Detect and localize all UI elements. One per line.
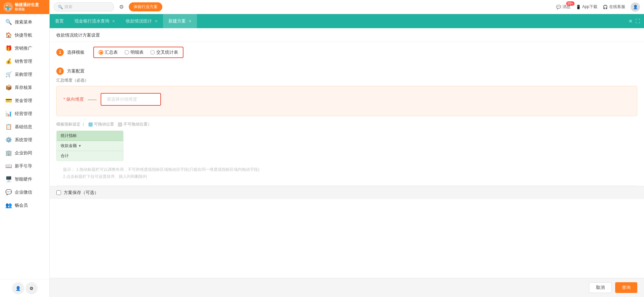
indicators-section: 模板指标设定（ 可拖动位置 不可拖动位置） 统计指标 收 bbox=[56, 121, 637, 162]
sidebar-label-wechat: 企业微信 bbox=[15, 189, 32, 195]
sidebar-bottom: 👤 ⚙ bbox=[0, 279, 49, 297]
tab-collection-stat-label: 收款情况统计 bbox=[126, 18, 152, 24]
tab-bar-actions: ✕ ⛶ bbox=[629, 18, 644, 24]
dim-selector-placeholder: 请选择分组维度 bbox=[107, 97, 137, 102]
tab-close-btn[interactable]: ✕ bbox=[629, 18, 633, 24]
indicator-table: 统计指标 收款金额 ▼ 合计 bbox=[56, 131, 123, 161]
indicator-amount-label: 收款金额 bbox=[61, 143, 77, 149]
sidebar-label-purchase: 采购管理 bbox=[15, 71, 32, 78]
step1-section: 1 选择模板 汇总表 明细表 交叉统计表 bbox=[50, 42, 644, 63]
sidebar-label-enterprise: 企业协同 bbox=[15, 150, 32, 156]
main-area: 🔍 搜索 ⚙ 体验行业方案 💬 消息 99+ 📱 App下载 🎧 在线客服 👤 bbox=[50, 0, 644, 297]
tab-new-plan[interactable]: 新建方案 ✕ bbox=[163, 14, 197, 28]
radio-cross[interactable]: 交叉统计表 bbox=[150, 49, 178, 55]
logo-text: 畅捷通好生意 标准版 bbox=[15, 2, 39, 12]
app-icon: 📱 bbox=[576, 5, 581, 9]
legend-draggable-box bbox=[89, 122, 93, 127]
operations-icon: 📊 bbox=[5, 110, 12, 117]
radio-summary[interactable]: 汇总表 bbox=[99, 49, 118, 55]
sidebar-item-inventory[interactable]: 📦 库存核算 bbox=[0, 81, 49, 94]
radio-detail[interactable]: 明细表 bbox=[124, 49, 144, 55]
message-icon: 💬 bbox=[556, 5, 561, 9]
save-plan-checkbox[interactable] bbox=[56, 190, 61, 195]
search-bar[interactable]: 🔍 搜索 bbox=[54, 2, 114, 11]
bottom-bar: 取消 查询 bbox=[50, 278, 644, 297]
radio-detail-dot bbox=[124, 50, 129, 55]
sidebar-item-quick-nav[interactable]: 🏠 快捷导航 bbox=[0, 29, 49, 42]
dimension-title: 汇总维度（必选） bbox=[56, 78, 637, 83]
sidebar-nav: 🔍 搜索菜单 🏠 快捷导航 🎁 营销推广 💰 销售管理 🛒 采购管理 📦 库存核… bbox=[0, 14, 49, 279]
settings-icon[interactable]: ⚙ bbox=[117, 2, 126, 12]
sidebar-logo: 🏪 畅捷通好生意 标准版 bbox=[0, 0, 49, 14]
tab-home-label: 首页 bbox=[55, 18, 64, 24]
sidebar-item-marketing[interactable]: 🎁 营销推广 bbox=[0, 42, 49, 55]
user-avatar[interactable]: 👤 bbox=[631, 2, 640, 12]
search-placeholder: 搜索 bbox=[64, 4, 72, 10]
tab-collection-stat-close[interactable]: ✕ bbox=[155, 19, 158, 23]
online-service-btn[interactable]: 🎧 在线客服 bbox=[603, 4, 625, 10]
enterprise-icon: 🏢 bbox=[5, 150, 12, 156]
cancel-button[interactable]: 取消 bbox=[589, 282, 612, 293]
finance-icon: 💳 bbox=[5, 97, 12, 104]
messages-btn[interactable]: 💬 消息 99+ bbox=[556, 4, 571, 10]
messages-badge: 99+ bbox=[566, 1, 575, 6]
save-plan-label: 方案保存（可选） bbox=[64, 190, 99, 196]
legend-not-draggable-box bbox=[118, 122, 122, 127]
sidebar: 🏪 畅捷通好生意 标准版 🔍 搜索菜单 🏠 快捷导航 🎁 营销推广 💰 销售管理… bbox=[0, 0, 50, 297]
sidebar-settings[interactable]: ⚙ bbox=[25, 282, 38, 294]
app-download-btn[interactable]: 📱 App下载 bbox=[576, 4, 597, 10]
dimension-row: * 纵向维度 —— 请选择分组维度 bbox=[63, 93, 630, 106]
indicators-legend: 模板指标设定（ 可拖动位置 不可拖动位置） bbox=[56, 121, 637, 127]
tab-cash-flow[interactable]: 现金银行流水查询 ✕ bbox=[69, 14, 120, 28]
search-icon: 🔍 bbox=[58, 5, 63, 9]
tab-collection-stat[interactable]: 收款情况统计 ✕ bbox=[120, 14, 163, 28]
legend-draggable: 可拖动位置 bbox=[89, 121, 114, 127]
step2-label: 方案配置 bbox=[67, 68, 85, 74]
page-title: 收款情况统计方案设置 bbox=[56, 33, 100, 38]
system-icon: ⚙️ bbox=[5, 137, 12, 143]
page-footer: 方案保存（可选） bbox=[50, 186, 644, 199]
sidebar-item-basic-info[interactable]: 📋 基础信息 bbox=[0, 120, 49, 133]
radio-cross-label: 交叉统计表 bbox=[156, 49, 178, 55]
dim-selector[interactable]: 请选择分组维度 bbox=[101, 93, 161, 106]
tab-home[interactable]: 首页 bbox=[50, 14, 69, 28]
sidebar-item-enterprise[interactable]: 🏢 企业协同 bbox=[0, 146, 49, 159]
tab-bar: 首页 现金银行流水查询 ✕ 收款情况统计 ✕ 新建方案 ✕ ✕ ⛶ bbox=[50, 14, 644, 28]
industry-btn[interactable]: 体验行业方案 bbox=[129, 2, 162, 11]
sidebar-label-sales: 销售管理 bbox=[15, 58, 32, 64]
legend-not-draggable: 不可拖动位置） bbox=[118, 121, 152, 127]
indicator-cell-amount[interactable]: 收款金额 ▼ bbox=[57, 141, 123, 151]
page-content: 收款情况统计方案设置 1 选择模板 汇总表 明细表 bbox=[50, 28, 644, 278]
logo-icon: 🏪 bbox=[3, 2, 13, 12]
dimension-section: 汇总维度（必选） * 纵向维度 —— 请选择分组维度 模板指标设定（ bbox=[50, 78, 644, 186]
step2-section: 2 方案配置 bbox=[50, 63, 644, 78]
sidebar-item-purchase[interactable]: 🛒 采购管理 bbox=[0, 68, 49, 81]
sidebar-item-search-menu[interactable]: 🔍 搜索菜单 bbox=[0, 15, 49, 29]
smart-hw-icon: 🖥️ bbox=[5, 176, 12, 182]
template-radio-group: 汇总表 明细表 交叉统计表 bbox=[93, 47, 183, 58]
search-menu-icon: 🔍 bbox=[5, 19, 12, 25]
sidebar-item-wechat[interactable]: 💬 企业微信 bbox=[0, 186, 49, 199]
step2-num: 2 bbox=[56, 67, 64, 75]
tab-new-plan-close[interactable]: ✕ bbox=[189, 19, 192, 23]
top-header-right: 💬 消息 99+ 📱 App下载 🎧 在线客服 👤 bbox=[556, 2, 640, 12]
step1-num: 1 bbox=[56, 49, 64, 56]
sidebar-item-finance[interactable]: 💳 资金管理 bbox=[0, 94, 49, 107]
step1-label: 选择模板 bbox=[67, 49, 85, 55]
sidebar-item-operations[interactable]: 📊 经营管理 bbox=[0, 107, 49, 120]
purchase-icon: 🛒 bbox=[5, 71, 12, 78]
sidebar-item-smart-hw[interactable]: 🖥️ 智能硬件 bbox=[0, 172, 49, 186]
sidebar-item-sales[interactable]: 💰 销售管理 bbox=[0, 55, 49, 68]
query-button[interactable]: 查询 bbox=[615, 282, 637, 293]
tab-maximize-btn[interactable]: ⛶ bbox=[635, 18, 640, 24]
sidebar-item-member[interactable]: 👥 畅会员 bbox=[0, 199, 49, 212]
sidebar-avatar[interactable]: 👤 bbox=[12, 282, 24, 294]
sidebar-item-system[interactable]: ⚙️ 系统管理 bbox=[0, 133, 49, 146]
sidebar-label-finance: 资金管理 bbox=[15, 98, 32, 104]
sidebar-label-search-menu: 搜索菜单 bbox=[15, 19, 32, 25]
dimension-area: * 纵向维度 —— 请选择分组维度 bbox=[56, 86, 637, 116]
legend-not-draggable-label: 不可拖动位置） bbox=[123, 121, 152, 127]
tab-cash-flow-close[interactable]: ✕ bbox=[112, 19, 115, 23]
sidebar-item-guide[interactable]: 📖 新手引导 bbox=[0, 159, 49, 172]
top-header-left: 🔍 搜索 ⚙ 体验行业方案 bbox=[54, 2, 162, 12]
